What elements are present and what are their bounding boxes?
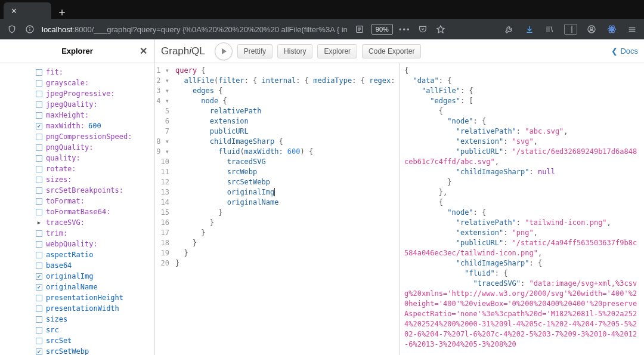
- explorer-item-srcSetBreakpoints[interactable]: srcSetBreakpoints:: [36, 185, 150, 196]
- checkbox-icon[interactable]: [36, 230, 42, 237]
- checkbox-icon[interactable]: [36, 209, 42, 215]
- checkbox-icon[interactable]: [36, 284, 42, 291]
- checkbox-icon[interactable]: [36, 134, 42, 140]
- explorer-item-maxWidth[interactable]: maxWidth: 600: [36, 121, 150, 131]
- checkbox-icon[interactable]: [36, 273, 42, 280]
- code-exporter-button[interactable]: Code Exporter: [362, 44, 421, 58]
- explorer-item-src[interactable]: src: [36, 325, 150, 335]
- explorer-item-label: pngCompressionSpeed:: [46, 131, 132, 142]
- docs-button[interactable]: ❮ Docs: [611, 47, 638, 55]
- account-icon[interactable]: [586, 23, 597, 35]
- checkbox-icon[interactable]: [36, 327, 42, 334]
- explorer-item-sizes[interactable]: sizes:: [36, 174, 150, 185]
- download-icon[interactable]: [524, 23, 535, 35]
- checkbox-icon[interactable]: [36, 263, 42, 269]
- explorer-item-srcSet[interactable]: srcSet: [36, 335, 150, 346]
- info-icon[interactable]: [24, 23, 36, 35]
- result-pane[interactable]: { "data": { "allFile": { "edges": [ { "n…: [400, 63, 644, 355]
- meatball-icon[interactable]: •••: [399, 23, 411, 35]
- query-editor[interactable]: 1 ▾2 ▾3 ▾4 ▾5678 ▾9 ▾1011121314151617181…: [155, 63, 400, 355]
- checkbox-icon[interactable]: [36, 91, 42, 97]
- checkbox-icon[interactable]: [36, 101, 42, 108]
- play-icon: [222, 48, 227, 54]
- checkbox-icon[interactable]: [36, 69, 42, 76]
- explorer-header: Explorer ✕: [0, 39, 154, 63]
- url-text[interactable]: localhost:8000/___graphql?query=query {%…: [42, 25, 348, 34]
- checkbox-icon[interactable]: [36, 338, 42, 344]
- explorer-item-jpegProgressive[interactable]: jpegProgressive:: [36, 88, 150, 99]
- explorer-item-originalName[interactable]: originalName: [36, 282, 150, 292]
- devtools-icon[interactable]: [503, 23, 515, 35]
- explorer-item-label: toFormat:: [46, 196, 85, 206]
- explorer-item-pngCompressionSpeed[interactable]: pngCompressionSpeed:: [36, 131, 150, 142]
- explorer-item-label: toFormatBase64:: [46, 206, 110, 217]
- checkbox-icon[interactable]: [36, 295, 42, 301]
- explorer-item-toFormat[interactable]: toFormat:: [36, 196, 150, 206]
- checkbox-icon[interactable]: [36, 123, 42, 129]
- history-button[interactable]: History: [277, 44, 312, 58]
- checkbox-icon[interactable]: [36, 198, 42, 205]
- caret-icon[interactable]: [36, 220, 42, 226]
- hamburger-menu-icon[interactable]: [626, 23, 638, 35]
- checkbox-icon[interactable]: [36, 177, 42, 183]
- explorer-item-srcSetWebp[interactable]: srcSetWebp: [36, 346, 150, 355]
- checkbox-icon[interactable]: [36, 187, 42, 194]
- query-code[interactable]: query { allFile(filter: { internal: { me…: [173, 63, 395, 355]
- explorer-item-presentationHeight[interactable]: presentationHeight: [36, 292, 150, 303]
- shield-icon[interactable]: [6, 23, 18, 35]
- library-icon[interactable]: [544, 23, 556, 35]
- checkbox-icon[interactable]: [36, 112, 42, 119]
- explorer-item-pngQuality[interactable]: pngQuality:: [36, 142, 150, 153]
- explorer-item-label: rotate:: [46, 163, 76, 174]
- explorer-item-sizes[interactable]: sizes: [36, 314, 150, 325]
- checkbox-icon[interactable]: [36, 241, 42, 248]
- checkbox-icon[interactable]: [36, 305, 42, 312]
- zoom-badge[interactable]: 90%: [371, 24, 393, 35]
- browser-tab[interactable]: ✕: [4, 2, 51, 19]
- editor-panes: 1 ▾2 ▾3 ▾4 ▾5678 ▾9 ▾1011121314151617181…: [155, 63, 644, 355]
- address-bar: localhost:8000/___graphql?query=query {%…: [0, 19, 644, 39]
- explorer-item-presentationWidth[interactable]: presentationWidth: [36, 303, 150, 314]
- explorer-item-traceSVG[interactable]: traceSVG:: [36, 217, 150, 228]
- explorer-item-fit[interactable]: fit:: [36, 67, 150, 78]
- sidebar-toggle-icon[interactable]: [564, 24, 577, 35]
- explorer-item-toFormatBase64[interactable]: toFormatBase64:: [36, 206, 150, 217]
- explorer-item-rotate[interactable]: rotate:: [36, 163, 150, 174]
- explorer-item-label: pngQuality:: [46, 142, 93, 153]
- explorer-item-label: webpQuality:: [46, 239, 98, 249]
- react-devtools-icon[interactable]: [606, 23, 618, 35]
- chevron-left-icon: ❮: [611, 47, 618, 55]
- close-tab-icon[interactable]: ✕: [11, 7, 17, 16]
- checkbox-icon[interactable]: [36, 166, 42, 172]
- explorer-close-icon[interactable]: ✕: [140, 45, 147, 57]
- explorer-item-webpQuality[interactable]: webpQuality:: [36, 239, 150, 249]
- explorer-button[interactable]: Explorer: [317, 44, 357, 58]
- new-tab-button[interactable]: ＋: [55, 5, 69, 19]
- explorer-item-base64[interactable]: base64: [36, 260, 150, 271]
- pocket-icon[interactable]: [417, 23, 429, 35]
- explorer-item-grayscale[interactable]: grayscale:: [36, 78, 150, 88]
- bookmark-star-icon[interactable]: [435, 23, 447, 35]
- checkbox-icon[interactable]: [36, 155, 42, 162]
- checkbox-icon[interactable]: [36, 252, 42, 258]
- prettify-button[interactable]: Prettify: [237, 44, 273, 58]
- explorer-item-label: base64: [46, 260, 72, 271]
- run-button[interactable]: [215, 42, 233, 60]
- explorer-item-label: originalName: [46, 282, 98, 292]
- svg-point-15: [611, 29, 613, 30]
- explorer-item-originalImg[interactable]: originalImg: [36, 271, 150, 282]
- explorer-item-aspectRatio[interactable]: aspectRatio: [36, 249, 150, 260]
- explorer-item-label: presentationHeight: [46, 292, 123, 303]
- explorer-item-maxHeight[interactable]: maxHeight:: [36, 110, 150, 121]
- explorer-item-jpegQuality[interactable]: jpegQuality:: [36, 99, 150, 110]
- checkbox-icon[interactable]: [36, 316, 42, 323]
- checkbox-icon[interactable]: [36, 144, 42, 151]
- checkbox-icon[interactable]: [36, 80, 42, 87]
- reader-mode-icon[interactable]: [354, 23, 366, 35]
- explorer-item-label: traceSVG:: [46, 217, 85, 228]
- checkbox-icon[interactable]: [36, 348, 42, 355]
- explorer-item-quality[interactable]: quality:: [36, 153, 150, 163]
- explorer-body[interactable]: fit:grayscale:jpegProgressive:jpegQualit…: [0, 63, 154, 355]
- explorer-item-value[interactable]: 600: [88, 121, 101, 131]
- explorer-item-trim[interactable]: trim:: [36, 228, 150, 239]
